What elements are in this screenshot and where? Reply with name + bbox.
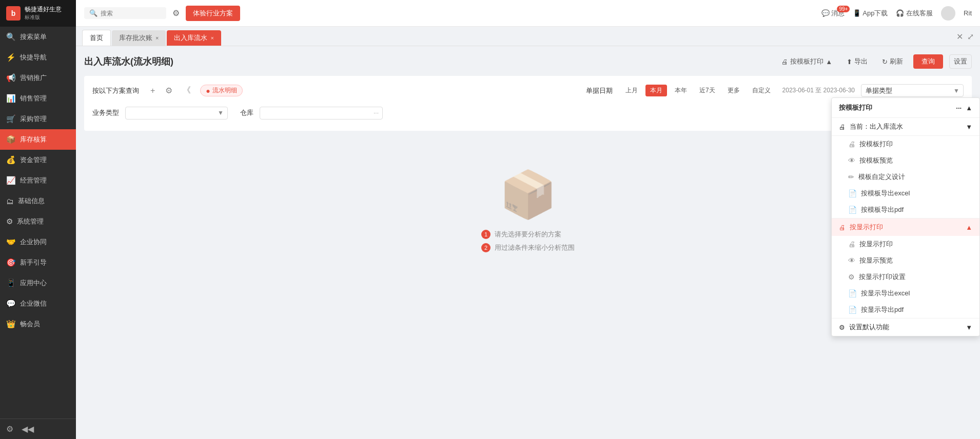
business-type-label: 业务类型: [92, 108, 119, 117]
dropdown-template-excel[interactable]: 📄 按模板导出excel: [832, 185, 979, 202]
search-input[interactable]: [101, 10, 161, 17]
tab-batch[interactable]: 库存批次账 ×: [112, 30, 166, 46]
sidebar-item-quicknav[interactable]: ⚡ 快捷导航: [0, 47, 76, 68]
sidebar-item-collab[interactable]: 🤝 企业协同: [0, 232, 76, 252]
date-range-display: 2023-06-01 至 2023-06-30: [782, 86, 855, 95]
sidebar-item-finance[interactable]: 💰 资金管理: [0, 150, 76, 170]
sidebar-item-inventory[interactable]: 📦 库存核算: [0, 129, 76, 150]
username-label: Rit: [964, 9, 972, 17]
window-maximize-button[interactable]: ⤢: [967, 32, 974, 42]
window-close-button[interactable]: ✕: [956, 32, 963, 42]
date-tab-last-month[interactable]: 上月: [621, 85, 642, 96]
settings-bottom-icon[interactable]: ⚙: [6, 424, 13, 434]
dropdown-display-print-settings[interactable]: ⚙ 按显示打印设置: [832, 269, 979, 285]
vip-icon: 👑: [6, 320, 16, 329]
dropdown-current-header[interactable]: 🖨 当前：出入库流水 ▼: [832, 118, 979, 135]
page-header: 出入库流水(流水明细) 🖨 按模板打印 ▲ ⬆ 导出 ↻ 刷新 查询 设置: [84, 54, 972, 69]
date-tab-custom[interactable]: 自定义: [748, 85, 775, 96]
date-tab-last7[interactable]: 近7天: [695, 85, 720, 96]
dropdown-template-preview[interactable]: 👁 按模板预览: [832, 152, 979, 169]
empty-step-1: 请先选择要分析的方案: [481, 230, 575, 239]
settings-button[interactable]: 设置: [949, 54, 972, 69]
template-print-item-icon: 🖨: [848, 140, 855, 148]
sidebar-item-purchase[interactable]: 🛒 采购管理: [0, 109, 76, 129]
finance-icon: 💰: [6, 155, 16, 165]
dropdown-more-icon[interactable]: ···: [956, 104, 962, 112]
quicknav-icon: ⚡: [6, 53, 16, 62]
sidebar-item-operation[interactable]: 📈 经营管理: [0, 170, 76, 191]
filter-add-button[interactable]: +: [149, 85, 156, 96]
dropdown-footer[interactable]: ⚙ 设置默认功能 ▼: [832, 318, 979, 336]
display-print-icon: 🖨: [848, 240, 855, 248]
gear-icon[interactable]: ⚙: [172, 8, 180, 18]
template-custom-icon: ✏: [848, 173, 854, 181]
topbar-right: 💬 消息 99+ 📱 App下载 🎧 在线客服 Rit: [821, 6, 972, 21]
online-service-btn[interactable]: 🎧 在线客服: [896, 9, 933, 18]
marketing-icon: 📢: [6, 73, 16, 83]
sidebar-item-guide[interactable]: 🎯 新手引导: [0, 252, 76, 273]
business-type-select[interactable]: [125, 107, 228, 119]
tab-batch-close[interactable]: ×: [155, 35, 159, 41]
tab-flow-close[interactable]: ×: [210, 35, 213, 41]
sidebar-item-search[interactable]: 🔍 搜索菜单: [0, 27, 76, 47]
wechat-icon: 💬: [6, 299, 16, 308]
export-button[interactable]: ⬆ 导出: [842, 55, 872, 68]
current-print-icon: 🖨: [839, 123, 846, 131]
dropdown-template-custom[interactable]: ✏ 模板自定义设计: [832, 169, 979, 185]
query-button[interactable]: 查询: [913, 54, 943, 69]
dropdown-display-pdf[interactable]: 📄 按显示导出pdf: [832, 302, 979, 318]
template-print-button[interactable]: 🖨 按模板打印 ▲: [777, 55, 836, 68]
date-tab-more[interactable]: 更多: [723, 85, 744, 96]
footer-settings-icon: ⚙: [839, 324, 845, 331]
collapse-sidebar-icon[interactable]: ◀◀: [22, 424, 34, 434]
logo-icon: b: [6, 6, 21, 21]
promo-button[interactable]: 体验行业方案: [186, 6, 240, 21]
messages-btn[interactable]: 💬 消息 99+: [821, 9, 845, 18]
headset-icon: 🎧: [896, 9, 904, 17]
dropdown-display-excel[interactable]: 📄 按显示导出excel: [832, 285, 979, 302]
bill-type-select[interactable]: 单据类型: [861, 84, 964, 97]
export-icon: ⬆: [847, 58, 852, 66]
dropdown-title: 按模板打印: [839, 103, 872, 112]
filter-tag-icon: ●: [206, 87, 210, 95]
sidebar-item-system[interactable]: ⚙ 系统管理: [0, 211, 76, 232]
tab-flow[interactable]: 出入库流水 ×: [167, 30, 221, 46]
filter-collapse-button[interactable]: 《: [182, 84, 192, 97]
appcenter-icon: 📱: [6, 278, 16, 288]
filter-label: 按以下方案查询: [92, 86, 139, 95]
dropdown-display-section-header[interactable]: 🖨 按显示打印 ▲: [832, 218, 979, 236]
template-preview-icon: 👁: [848, 156, 855, 165]
date-tab-current-year[interactable]: 本年: [670, 85, 692, 96]
filter-tag[interactable]: ● 流水明细: [200, 85, 242, 96]
refresh-button[interactable]: ↻ 刷新: [878, 55, 907, 68]
sidebar-item-wechat[interactable]: 💬 企业微信: [0, 293, 76, 314]
dropdown-display-section: 🖨 按显示打印 ▲ 🖨 按显示打印 👁 按显示预览 ⚙ 按显示打印设置: [832, 218, 979, 318]
filter-settings-button[interactable]: ⚙: [164, 85, 173, 96]
dropdown-template-print[interactable]: 🖨 按模板打印: [832, 136, 979, 152]
app-download-btn[interactable]: 📱 App下载: [853, 9, 888, 18]
warehouse-field: 仓库 ···: [240, 107, 383, 119]
warehouse-input[interactable]: [260, 107, 383, 119]
template-excel-icon: 📄: [848, 189, 857, 197]
dropdown-current-section: 🖨 当前：出入库流水 ▼: [832, 118, 979, 136]
message-badge: 99+: [837, 6, 850, 12]
page-actions: 🖨 按模板打印 ▲ ⬆ 导出 ↻ 刷新 查询 设置: [777, 54, 972, 69]
dropdown-display-print[interactable]: 🖨 按显示打印: [832, 236, 979, 252]
dropdown-collapse-icon[interactable]: ▲: [966, 104, 972, 112]
logo-badge: 标准版: [25, 14, 62, 21]
dropdown-display-preview[interactable]: 👁 按显示预览: [832, 252, 979, 269]
search-box[interactable]: 🔍: [84, 7, 166, 19]
sidebar-item-marketing[interactable]: 📢 营销推广: [0, 68, 76, 88]
dropdown-template-pdf[interactable]: 📄 按模板导出pdf: [832, 202, 979, 218]
logo-text: 畅捷通好生意: [25, 6, 62, 14]
date-tab-current-month[interactable]: 本月: [645, 85, 667, 96]
sidebar-item-basic[interactable]: 🗂 基础信息: [0, 191, 76, 211]
empty-illustration: 📦: [499, 168, 557, 222]
date-filter-label: 单据日期: [586, 86, 613, 95]
sidebar-item-appcenter[interactable]: 📱 应用中心: [0, 273, 76, 293]
current-chevron-down-icon: ▼: [966, 123, 972, 131]
sidebar-item-vip[interactable]: 👑 畅会员: [0, 314, 76, 334]
sidebar-item-sales[interactable]: 📊 销售管理: [0, 88, 76, 109]
user-avatar[interactable]: [941, 6, 955, 21]
tab-home[interactable]: 首页: [82, 30, 111, 46]
